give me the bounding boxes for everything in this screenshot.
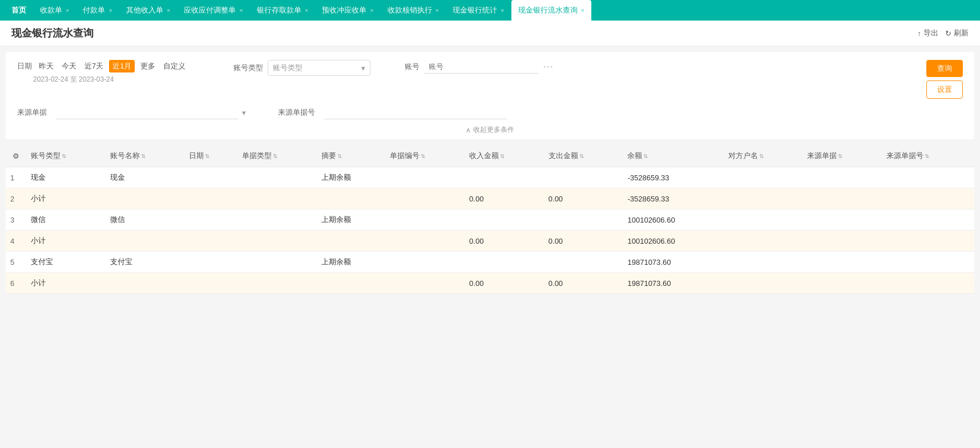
table-section: ⚙ 账号类型⇅ 账号名称⇅ 日期⇅ 单据类型⇅ 摘要⇅ 单据编号⇅ 收入金额⇅ … bbox=[6, 145, 974, 294]
table-cell bbox=[465, 167, 544, 188]
refresh-button[interactable]: ↻ 刷新 bbox=[945, 28, 969, 38]
col-counterpart[interactable]: 对方户名⇅ bbox=[724, 145, 803, 167]
export-button[interactable]: ↑ 导出 bbox=[918, 28, 939, 38]
chevron-up-icon: ∧ bbox=[466, 126, 471, 134]
settings-button[interactable]: 设置 bbox=[926, 80, 963, 99]
date-option-yesterday[interactable]: 昨天 bbox=[37, 60, 56, 72]
table-cell bbox=[802, 209, 882, 231]
col-expense[interactable]: 支出金额⇅ bbox=[544, 145, 623, 167]
nav-tab-liushui[interactable]: 现金银行流水查询 × bbox=[511, 0, 591, 21]
close-icon[interactable]: × bbox=[581, 7, 584, 14]
table-row: 5支付宝支付宝上期余额19871073.60 bbox=[6, 252, 974, 273]
close-icon[interactable]: × bbox=[108, 7, 112, 14]
table-cell bbox=[802, 188, 882, 209]
table-cell bbox=[882, 273, 974, 294]
table-cell bbox=[106, 188, 185, 209]
table-cell bbox=[465, 252, 544, 273]
table-cell: 现金 bbox=[26, 167, 106, 188]
nav-tab-tongji[interactable]: 现金银行统计 × bbox=[446, 0, 511, 21]
close-icon[interactable]: × bbox=[167, 7, 170, 14]
date-option-1month[interactable]: 近1月 bbox=[109, 60, 135, 72]
close-icon[interactable]: × bbox=[435, 7, 439, 14]
account-input[interactable] bbox=[424, 60, 538, 74]
row-number: 4 bbox=[6, 231, 26, 252]
refresh-icon: ↻ bbox=[945, 29, 951, 38]
nav-tab-yushou[interactable]: 预收冲应收单 × bbox=[315, 0, 380, 21]
account-type-select[interactable]: 账号类型 ▾ bbox=[268, 60, 370, 76]
table-cell bbox=[385, 167, 465, 188]
nav-tab-shoudan[interactable]: 收款单 × bbox=[33, 0, 76, 21]
table-cell bbox=[184, 167, 237, 188]
table-cell: 0.00 bbox=[544, 273, 623, 294]
table-cell bbox=[184, 231, 237, 252]
table-cell bbox=[544, 209, 623, 231]
col-summary[interactable]: 摘要⇅ bbox=[317, 145, 386, 167]
close-icon[interactable]: × bbox=[370, 7, 373, 14]
table-cell bbox=[544, 252, 623, 273]
col-source-doc[interactable]: 来源单据⇅ bbox=[802, 145, 882, 167]
table-cell: 上期余额 bbox=[317, 252, 386, 273]
col-income[interactable]: 收入金额⇅ bbox=[465, 145, 544, 167]
table-cell: 上期余额 bbox=[317, 167, 386, 188]
col-balance[interactable]: 余额⇅ bbox=[623, 145, 723, 167]
table-cell bbox=[724, 188, 803, 209]
table-row: 1现金现金上期余额-3528659.33 bbox=[6, 167, 974, 188]
col-doc-no[interactable]: 单据编号⇅ bbox=[385, 145, 465, 167]
close-icon[interactable]: × bbox=[305, 7, 308, 14]
table-cell bbox=[106, 273, 185, 294]
page-title: 现金银行流水查询 bbox=[11, 26, 94, 40]
account-label: 账号 bbox=[405, 62, 420, 72]
close-icon[interactable]: × bbox=[239, 7, 243, 14]
filter-section: 日期 昨天 今天 近7天 近1月 更多 自定义 2023-02-24 至 202… bbox=[6, 52, 974, 139]
nav-tab-fukuan[interactable]: 付款单 × bbox=[76, 0, 119, 21]
table-cell: 0.00 bbox=[465, 273, 544, 294]
table-row: 2小计0.000.00-3528659.33 bbox=[6, 188, 974, 209]
table-cell bbox=[802, 167, 882, 188]
query-button[interactable]: 查询 bbox=[926, 60, 963, 77]
close-icon[interactable]: × bbox=[66, 7, 69, 14]
date-option-7days[interactable]: 近7天 bbox=[82, 60, 106, 72]
table-cell: 100102606.60 bbox=[623, 231, 723, 252]
table-cell: 小计 bbox=[26, 273, 106, 294]
source-doc-select[interactable] bbox=[56, 106, 239, 119]
table-cell bbox=[237, 231, 317, 252]
row-number: 3 bbox=[6, 209, 26, 231]
date-option-custom[interactable]: 自定义 bbox=[161, 60, 188, 72]
settings-col-header[interactable]: ⚙ bbox=[6, 145, 26, 167]
table-cell bbox=[882, 209, 974, 231]
date-option-more[interactable]: 更多 bbox=[138, 60, 158, 72]
nav-tab-hexiao[interactable]: 收款核销执行 × bbox=[381, 0, 446, 21]
date-option-today[interactable]: 今天 bbox=[59, 60, 79, 72]
table-row: 6小计0.000.0019871073.60 bbox=[6, 273, 974, 294]
table-header-row: ⚙ 账号类型⇅ 账号名称⇅ 日期⇅ 单据类型⇅ 摘要⇅ 单据编号⇅ 收入金额⇅ … bbox=[6, 145, 974, 167]
table-cell: 0.00 bbox=[544, 188, 623, 209]
table-cell bbox=[385, 188, 465, 209]
table-cell bbox=[724, 273, 803, 294]
date-options: 昨天 今天 近7天 近1月 更多 自定义 bbox=[37, 60, 188, 72]
table-cell bbox=[317, 273, 386, 294]
col-date[interactable]: 日期⇅ bbox=[184, 145, 237, 167]
table-cell bbox=[237, 273, 317, 294]
col-source-no[interactable]: 来源单据号⇅ bbox=[882, 145, 974, 167]
collapse-button[interactable]: ∧ 收起更多条件 bbox=[17, 125, 963, 135]
table-cell bbox=[385, 273, 465, 294]
table-cell: -3528659.33 bbox=[623, 188, 723, 209]
nav-tab-tiaozhe[interactable]: 应收应付调整单 × bbox=[177, 0, 249, 21]
nav-home[interactable]: 首页 bbox=[5, 0, 33, 21]
nav-tab-qita[interactable]: 其他收入单 × bbox=[119, 0, 177, 21]
nav-tab-yinhang[interactable]: 银行存取款单 × bbox=[250, 0, 315, 21]
table-cell bbox=[465, 209, 544, 231]
table-cell bbox=[882, 252, 974, 273]
table-cell: 0.00 bbox=[465, 188, 544, 209]
close-icon[interactable]: × bbox=[501, 7, 504, 14]
source-doc-num-label: 来源单据号 bbox=[278, 107, 315, 118]
col-account-type[interactable]: 账号类型⇅ bbox=[26, 145, 106, 167]
col-account-name[interactable]: 账号名称⇅ bbox=[106, 145, 185, 167]
top-navigation: 首页 收款单 × 付款单 × 其他收入单 × 应收应付调整单 × 银行存取款单 … bbox=[0, 0, 980, 21]
table-row: 4小计0.000.00100102606.60 bbox=[6, 231, 974, 252]
col-doc-type[interactable]: 单据类型⇅ bbox=[237, 145, 317, 167]
more-options-icon[interactable]: ··· bbox=[543, 62, 554, 72]
source-doc-num-input[interactable] bbox=[324, 106, 507, 119]
account-type-label: 账号类型 bbox=[233, 63, 263, 73]
row-number: 5 bbox=[6, 252, 26, 273]
